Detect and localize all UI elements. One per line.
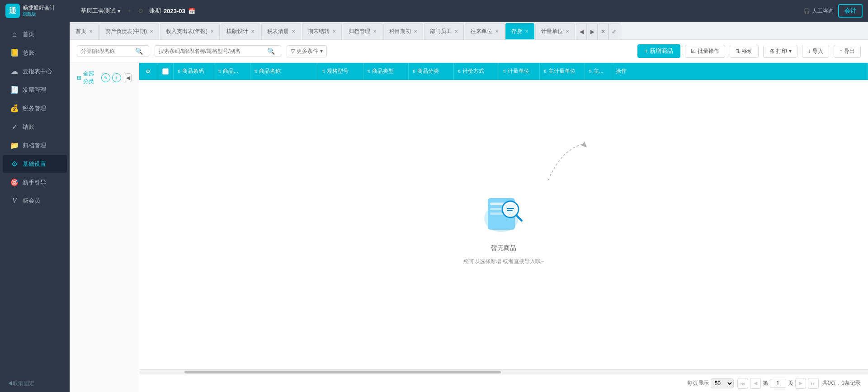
th-price[interactable]: ⇅ 计价方式 [454,63,499,80]
print-button[interactable]: 🖨 打印 ▾ [763,45,797,58]
archive-icon: 📁 [10,141,19,150]
header-checkbox[interactable] [162,68,169,75]
page-input[interactable] [770,379,786,388]
category-all-item[interactable]: ⊞ 全部分类 ✎ + ◀ [73,67,135,88]
tab-balance-close[interactable]: ✕ [150,29,153,34]
batch-operation-button[interactable]: ☑ 批量操作 [685,45,725,58]
tab-measureunit[interactable]: 计量单位 ✕ [535,23,575,39]
category-search-input[interactable] [81,48,135,54]
app-version: 旗舰版 [23,11,55,17]
horizontal-scrollbar[interactable] [139,369,868,374]
tab-prev-btn[interactable]: ◀ [576,23,587,39]
last-page-btn[interactable]: ⏭ [808,378,819,389]
tab-vendor-close[interactable]: ✕ [495,29,499,34]
th-extra[interactable]: ⇅ 主... [585,63,612,80]
company-select[interactable]: 基层工会测试 ▾ [80,7,121,15]
tab-measureunit-close[interactable]: ✕ [566,29,569,34]
tab-taxclear[interactable]: 税表清册 ✕ [261,23,301,39]
settings-icon[interactable]: ⚙ [138,7,144,14]
tab-deptemp[interactable]: 部门员工 ✕ [424,23,464,39]
tab-next-btn[interactable]: ▶ [587,23,598,39]
calendar-icon[interactable]: 📅 [188,8,195,14]
tab-income-close[interactable]: ✕ [210,29,214,34]
scrollbar-thumb[interactable] [184,371,501,373]
category-edit-btn[interactable]: ✎ [101,73,110,82]
th-spec[interactable]: ⇅ 规格型号 [318,63,363,80]
sidebar-item-ledger[interactable]: 📒 总账 [3,44,67,61]
sidebar-item-invoice[interactable]: 🧾 发票管理 [3,81,67,99]
first-page-btn[interactable]: ⏮ [737,378,748,389]
th-barcode[interactable]: ⇅ 商品条码 [174,63,214,80]
sidebar-item-archive[interactable]: 📁 归档管理 [3,137,67,154]
th-category-sort-icon: ⇅ [412,69,416,74]
tab-income-label: 收入支出表(年报) [166,28,208,35]
prev-page-btn[interactable]: ◀ [750,378,761,389]
th-category[interactable]: ⇅ 商品分类 [409,63,454,80]
help-button[interactable]: 🎧 人工咨询 [803,7,834,15]
main-search-input[interactable] [159,48,267,54]
filter-button[interactable]: ▽ 更多条件 ▾ [287,45,327,57]
tab-taxclear-label: 税表清册 [267,28,289,35]
tab-income[interactable]: 收入支出表(年报) ✕ [160,23,220,39]
tab-periodclose[interactable]: 期末结转 ✕ [302,23,342,39]
tab-template[interactable]: 模版设计 ✕ [221,23,260,39]
tab-home[interactable]: 首页 ✕ [70,23,99,39]
tab-inventory-close[interactable]: ✕ [525,29,528,34]
sidebar-item-guide[interactable]: 🎯 新手引导 [3,174,67,191]
th-type[interactable]: ⇅ 商品类型 [363,63,409,80]
th-setting[interactable]: ⚙ [139,63,157,80]
company-name: 基层工会测试 [80,7,116,15]
main-area: 首页 ✕ 资产负债表(中期) ✕ 收入支出表(年报) ✕ 模版设计 ✕ 税表清册… [70,22,868,392]
tab-subjectinit[interactable]: 科目期初 ✕ [383,23,423,39]
tab-vendor[interactable]: 往来单位 ✕ [465,23,505,39]
tab-expand-btn[interactable]: ⤢ [609,23,619,39]
kuaiji-button[interactable]: 会计 [838,4,863,18]
move-button[interactable]: ⇅ 移动 [730,45,759,58]
category-actions: ✎ + [101,73,121,82]
headset-icon: 🎧 [803,8,810,14]
batch-icon: ☑ [691,48,696,54]
sidebar-item-member[interactable]: V 畅会员 [3,192,67,209]
tax-icon: 💰 [10,104,19,113]
empty-state: 暂无商品 您可以选择新增,或者直接导入哦~ [463,184,544,265]
tab-template-close[interactable]: ✕ [251,29,255,34]
tab-archivemgmt-close[interactable]: ✕ [373,29,377,34]
sidebar-item-close[interactable]: ✓ 结账 [3,118,67,136]
close-period-icon: ✓ [10,123,19,131]
th-name[interactable]: ⇅ 商品名称 [250,63,318,80]
move-label: 移动 [742,47,753,55]
import-icon: ↓ [808,48,811,54]
add-product-button[interactable]: + 新增商品 [637,44,680,58]
tab-vendor-label: 往来单位 [471,28,492,35]
th-code[interactable]: ⇅ 商品... [214,63,250,80]
category-add-btn[interactable]: + [112,73,121,82]
tab-subjectinit-close[interactable]: ✕ [414,29,417,34]
import-label: 导入 [812,47,823,55]
sidebar-item-home[interactable]: ⌂ 首页 [3,26,67,43]
tab-archivemgmt[interactable]: 归档管理 ✕ [343,23,382,39]
logo-icon: 通 [5,4,20,18]
page-size-dropdown[interactable]: 50 100 200 [711,378,734,388]
sidebar-item-reports[interactable]: ☁ 云报表中心 [3,62,67,80]
next-page-btn[interactable]: ▶ [795,378,806,389]
sidebar-item-tax[interactable]: 💰 税务管理 [3,99,67,117]
th-main-unit[interactable]: ⇅ 主计量单位 [540,63,585,80]
tab-taxclear-close[interactable]: ✕ [292,29,295,34]
tab-deptemp-close[interactable]: ✕ [454,29,458,34]
sidebar-unpin-button[interactable]: ◀取消固定 [0,375,70,392]
tab-periodclose-close[interactable]: ✕ [332,29,336,34]
import-button[interactable]: ↓ 导入 [802,45,829,58]
add-company-btn[interactable]: ＋ [126,7,132,15]
tab-home-close[interactable]: ✕ [89,29,93,34]
category-search-icon[interactable]: 🔍 [135,47,143,55]
tab-close-all-btn[interactable]: ✕ [598,23,609,39]
main-search-icon[interactable]: 🔍 [267,47,275,55]
export-button[interactable]: ↑ 导出 [834,45,861,58]
th-unit[interactable]: ⇅ 计量单位 [499,63,540,80]
cloud-icon: ☁ [10,67,19,76]
tab-periodclose-label: 期末结转 [308,28,330,35]
tab-balance[interactable]: 资产负债表(中期) ✕ [99,23,159,39]
category-collapse-btn[interactable]: ◀ [125,73,132,82]
tab-inventory[interactable]: 存货 ✕ [505,23,534,39]
sidebar-item-settings[interactable]: ⚙ 基础设置 [3,155,67,173]
